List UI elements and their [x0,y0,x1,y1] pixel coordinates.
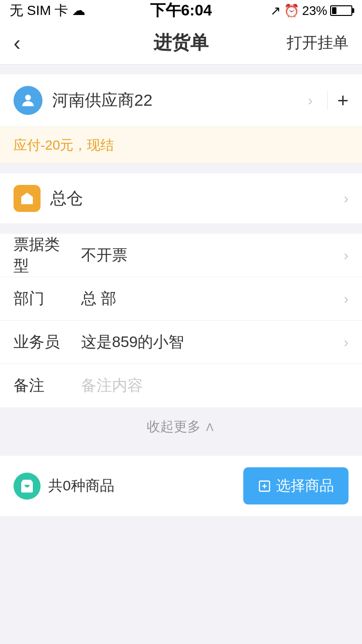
cart-icon [19,478,35,494]
section-gap-1 [0,65,362,74]
ticket-type-label: 票据类型 [14,234,71,277]
salesperson-value: 这是859的小智 [81,332,344,353]
supplier-card: 河南供应商22 › + 应付-20元，现结 [0,74,362,164]
section-gap-3 [0,224,362,234]
svg-point-0 [25,95,31,100]
status-bar-left: 无 SIM 卡 ☁ [10,1,85,20]
salesperson-chevron-icon: › [344,334,348,350]
remark-label: 备注 [14,375,71,396]
supplier-chevron-icon: › [308,92,313,109]
ticket-type-row[interactable]: 票据类型 不开票 › [0,234,362,277]
collapse-row[interactable]: 收起更多 ∧ [0,407,362,446]
notice-text: 应付-20元，现结 [14,138,114,153]
form-card: 票据类型 不开票 › 部门 总 部 › 业务员 这是859的小智 › 备注 备注… [0,234,362,407]
collapse-label: 收起更多 ∧ [147,418,216,436]
salesperson-row[interactable]: 业务员 这是859的小智 › [0,321,362,364]
department-row[interactable]: 部门 总 部 › [0,277,362,321]
battery-percent: 23% [302,3,327,18]
department-value: 总 部 [81,288,344,309]
warehouse-name: 总仓 [50,187,344,210]
nav-bar: ‹ 进货单 打开挂单 [0,21,362,65]
location-icon: ↗ [270,3,281,18]
remark-row[interactable]: 备注 备注内容 [0,364,362,407]
person-icon [19,92,37,109]
back-button[interactable]: ‹ [9,26,26,60]
supplier-row[interactable]: 河南供应商22 › + [0,74,362,127]
cart-icon-wrap [14,473,41,500]
department-label: 部门 [14,288,71,309]
supplier-divider [327,91,328,110]
remark-value[interactable]: 备注内容 [81,375,348,396]
product-count-area: 共0种商品 [14,473,114,500]
select-product-icon [258,479,271,493]
alarm-icon: ⏰ [284,3,299,18]
supplier-avatar [14,86,42,115]
select-product-label: 选择商品 [276,476,334,496]
section-gap-2 [0,164,362,173]
page-title: 进货单 [153,30,209,55]
department-chevron-icon: › [344,291,348,307]
select-product-button[interactable]: 选择商品 [243,467,348,504]
ticket-type-chevron-icon: › [344,247,348,264]
open-pending-button[interactable]: 打开挂单 [287,32,348,54]
ticket-type-value: 不开票 [81,245,344,266]
warehouse-chevron-icon: › [344,190,348,207]
status-bar-time: 下午6:04 [150,0,212,21]
salesperson-label: 业务员 [14,332,71,353]
add-supplier-button[interactable]: + [337,90,348,112]
bottom-section: 共0种商品 选择商品 [0,456,362,516]
product-count-text: 共0种商品 [48,476,114,496]
warehouse-icon [19,191,35,206]
notice-banner: 应付-20元，现结 [0,127,362,164]
battery-icon [330,5,352,16]
svg-rect-1 [25,199,29,204]
supplier-name: 河南供应商22 [52,89,308,112]
status-bar-right: ↗ ⏰ 23% [270,3,352,18]
status-bar: 无 SIM 卡 ☁ 下午6:04 ↗ ⏰ 23% [0,0,362,21]
warehouse-icon-wrap [14,185,41,212]
warehouse-row[interactable]: 总仓 › [0,173,362,224]
